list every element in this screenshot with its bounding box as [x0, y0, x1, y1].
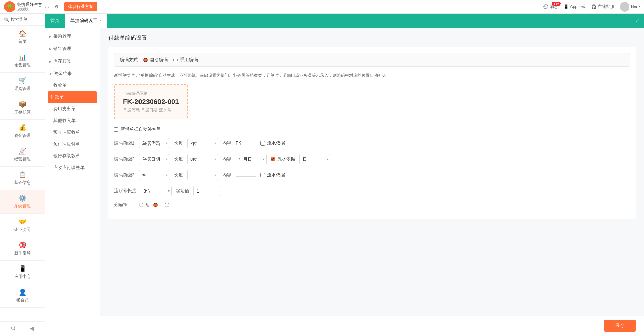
sidebar-item-purchase[interactable]: 🛒 采购管理 — [0, 73, 45, 96]
left-nav-stock-title[interactable]: ▶ 库存核算 — [45, 55, 100, 67]
auto-fill-checkbox[interactable] — [114, 127, 118, 132]
prefix-2-length-wrapper[interactable]: 8位 — [187, 154, 218, 164]
left-nav-expense[interactable]: 费用支出单 — [45, 103, 100, 115]
prefix-2-content-select[interactable]: 年月日 — [236, 154, 267, 164]
tab-home[interactable]: 首页 — [45, 14, 65, 28]
collapse-icon[interactable]: ◀ — [30, 325, 34, 332]
prefix-1-serial-label: 流水依据 — [267, 140, 285, 146]
bottom-bar: 保存 — [100, 316, 644, 335]
left-nav-other-income[interactable]: 其他收入单 — [45, 115, 100, 127]
prefix-2-serial-checkbox[interactable] — [271, 157, 275, 161]
prefix-2-unit-wrapper[interactable]: 日 — [299, 154, 330, 164]
experience-button[interactable]: 体验行业方案 — [64, 2, 97, 11]
sidebar-item-member[interactable]: 👤 畅会员 — [0, 284, 45, 308]
prefix-3-select-wrapper[interactable]: 空 — [139, 170, 170, 180]
left-nav-bank[interactable]: 银行存取款单 — [45, 150, 100, 162]
prefix-3-length-select[interactable] — [187, 170, 218, 180]
sidebar-search[interactable]: 🔍 搜索菜单 — [0, 14, 45, 26]
app-download-item[interactable]: 📱 App下载 — [564, 4, 586, 10]
sep-dot-input[interactable] — [165, 203, 169, 207]
sidebar-item-finance[interactable]: 💰 资金管理 — [0, 120, 45, 143]
settings-gear-btn[interactable]: ⚙ — [52, 2, 61, 12]
messages-item[interactable]: 💬 消息 99+ — [543, 4, 558, 10]
sidebar-item-sales[interactable]: 📊 销售管理 — [0, 49, 45, 73]
left-nav-sales-title[interactable]: ▶ 销售管理 — [45, 43, 100, 55]
start-value-input[interactable] — [193, 186, 221, 196]
prefix-3-select[interactable]: 空 — [139, 170, 170, 180]
prefix-1-serial-checkbox[interactable] — [260, 141, 265, 146]
tab-maximize-btn[interactable]: ⤢ — [636, 18, 640, 24]
auto-encode-input[interactable] — [143, 58, 148, 62]
sidebar-item-inventory[interactable]: 📦 库存核算 — [0, 96, 45, 120]
prefix-2-serial-label: 流水依据 — [277, 156, 295, 162]
sales-arrow: ▶ — [49, 47, 52, 51]
prefix-3-serial-checkbox[interactable] — [260, 173, 265, 177]
avatar — [620, 2, 629, 12]
manual-encode-radio[interactable]: 手工编码 — [173, 57, 198, 63]
code-preview-value: FK-20230602-001 — [123, 98, 179, 106]
sidebar-item-label-enterprise: 企业协同 — [14, 227, 31, 233]
serial-length-wrapper[interactable]: 3位 — [141, 186, 172, 196]
user-item[interactable]: Nare — [620, 2, 640, 12]
left-nav-prepay-pay[interactable]: 预付冲应付单 — [45, 138, 100, 150]
left-nav-purchase-title[interactable]: ▶ 采购管理 — [45, 30, 100, 42]
prefix-3-length-wrapper[interactable] — [187, 170, 218, 180]
info-text: 新增单据时，*单据编码*自动生成，不可编辑。前缀设置为部门、业务员等档案类，开单… — [114, 72, 630, 79]
sidebar-item-operations[interactable]: 📈 经营管理 — [0, 143, 45, 167]
prefix-1-select-wrapper[interactable]: 单据代码 — [139, 138, 170, 148]
prefix-2-serial-check[interactable]: 流水依据 — [271, 156, 295, 162]
sep-dash-label: - — [159, 202, 161, 207]
tab-encoding-settings[interactable]: 单据编码设置 × — [65, 14, 107, 28]
sidebar-item-enterprise[interactable]: 🤝 企业协同 — [0, 214, 45, 237]
app-icon: 📱 — [564, 4, 569, 9]
service-icon: 🎧 — [591, 4, 596, 9]
left-nav-prepay-recv[interactable]: 预收冲应收单 — [45, 127, 100, 138]
prefix-2-content-wrapper[interactable]: 年月日 — [236, 154, 267, 164]
prefix-2-select[interactable]: 单据日期 — [139, 154, 170, 164]
auto-encode-radio[interactable]: 自动编码 — [143, 57, 168, 63]
tab-minimize-btn[interactable]: — — [628, 18, 633, 24]
sep-dash-input[interactable] — [153, 203, 158, 207]
tab-encoding-label: 单据编码设置 — [70, 18, 97, 24]
left-nav-payment[interactable]: 付款单 — [48, 91, 97, 103]
sidebar-item-guide[interactable]: 🎯 新手引导 — [0, 237, 45, 261]
sep-none-input[interactable] — [139, 203, 143, 207]
message-icon: 💬 — [543, 4, 548, 9]
prefix-2-select-wrapper[interactable]: 单据日期 — [139, 154, 170, 164]
left-nav-receipt[interactable]: 收款单 — [45, 80, 100, 91]
stock-arrow: ▶ — [49, 59, 52, 63]
prefix-2-unit-select[interactable]: 日 — [299, 154, 330, 164]
left-nav-capital-title[interactable]: ▼ 资金往来 — [45, 68, 100, 80]
left-nav-adjustment[interactable]: 应收应付调整单 — [45, 162, 100, 174]
sidebar-item-home[interactable]: 🏠 首页 — [0, 26, 45, 49]
prefix-1-length-select[interactable]: 2位 — [187, 138, 218, 148]
sep-dot-label: . — [171, 202, 172, 207]
code-preview-label: 当前编码示例： — [123, 91, 179, 96]
start-value-label: 起始值 — [176, 188, 189, 194]
settings-bottom-icon[interactable]: ⚙ — [11, 325, 16, 332]
sep-dot-radio[interactable]: . — [165, 202, 172, 207]
sidebar-item-app-center[interactable]: 📱 应用中心 — [0, 261, 45, 284]
left-nav: ▶ 采购管理 ▶ 销售管理 ▶ 库存核算 — [45, 28, 100, 335]
nav-back-arrow[interactable]: ‹ — [45, 4, 46, 9]
sidebar-item-basic-info[interactable]: 📋 基础信息 — [0, 167, 45, 190]
sidebar-item-system[interactable]: ⚙️ 系统管理 — [0, 190, 45, 214]
tab-close-btn[interactable]: × — [99, 19, 102, 23]
nav-forward-arrow[interactable]: › — [48, 4, 49, 9]
sep-dash-radio[interactable]: - — [153, 202, 161, 207]
settings-panel: 编码方式 自动编码 手工编码 — [108, 47, 636, 219]
sep-none-radio[interactable]: 无 — [139, 202, 149, 208]
left-nav-group-capital: ▼ 资金往来 收款单 付款单 费用支出单 其他收入单 预收冲应收单 预付冲应付单… — [45, 68, 100, 174]
prefix-2-length-select[interactable]: 8位 — [187, 154, 218, 164]
save-button[interactable]: 保存 — [604, 320, 636, 332]
top-bar-nav: ‹ › — [45, 4, 49, 9]
manual-encode-input[interactable] — [173, 58, 178, 62]
online-service-item[interactable]: 🎧 在线客服 — [591, 4, 614, 10]
prefix-1-length-wrapper[interactable]: 2位 — [187, 138, 218, 148]
capital-arrow: ▼ — [49, 72, 52, 76]
prefix-1-select[interactable]: 单据代码 — [139, 138, 170, 148]
prefix-3-serial-check[interactable]: 流水依据 — [260, 172, 285, 178]
prefix-1-serial-check[interactable]: 流水依据 — [260, 140, 285, 146]
brand-name: 畅捷通好生意 — [17, 2, 42, 7]
serial-length-select[interactable]: 3位 — [141, 186, 172, 196]
